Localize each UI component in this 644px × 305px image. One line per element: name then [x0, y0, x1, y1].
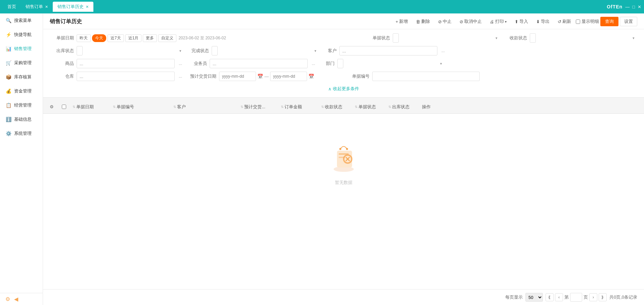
per-page-select[interactable]: 10 20 50 100: [525, 293, 543, 302]
sidebar-item-finance[interactable]: 💰 资金管理: [0, 84, 43, 98]
collapse-btn-row: ∧ 收起更多条件: [50, 84, 637, 93]
cancel-stop-label: 取消中止: [464, 18, 482, 25]
table-header-num: ⇅ 单据编号: [110, 104, 171, 110]
setting-button[interactable]: 设置: [620, 17, 637, 26]
tab-sales-order-label: 销售订单: [26, 4, 43, 10]
first-page-btn[interactable]: ⟪: [546, 293, 554, 301]
delete-label: 删除: [421, 18, 430, 25]
date-btn-1month[interactable]: 近1月: [125, 34, 142, 42]
dept-select[interactable]: [337, 59, 343, 68]
complete-status-select[interactable]: [212, 46, 218, 55]
complete-status-select-wrapper: [212, 46, 319, 55]
cancel-stop-button[interactable]: ⊘ 取消中止: [456, 17, 485, 26]
last-page-btn[interactable]: ⟫: [599, 293, 607, 301]
delivery-date-to[interactable]: [270, 72, 307, 81]
print-button[interactable]: 🖨 打印 ▾: [486, 17, 510, 26]
new-button[interactable]: + 新增: [392, 17, 411, 26]
date-btn-7days[interactable]: 近7天: [108, 34, 124, 42]
header-delivery-label: 预计交货...: [244, 104, 265, 110]
show-detail-checkbox[interactable]: [576, 20, 580, 24]
close-tab-sales-order[interactable]: ✕: [45, 5, 48, 9]
refresh-button[interactable]: ↺ 刷新: [554, 17, 574, 26]
status-filter-label: 单据状态: [373, 35, 393, 41]
delete-button[interactable]: 🗑 删除: [413, 17, 433, 26]
payment-status-select[interactable]: [530, 33, 536, 43]
date-btn-today[interactable]: 今天: [92, 34, 106, 42]
salesperson-more-btn[interactable]: ...: [310, 61, 317, 67]
header-num-label: 单据编号: [117, 104, 134, 110]
svg-point-9: [346, 148, 348, 150]
table-header-date: ⇅ 单据日期: [70, 104, 110, 110]
delivery-date-label: 预计交货日期: [189, 73, 219, 79]
header-amount-label: 订单金额: [285, 104, 302, 110]
sidebar-item-search[interactable]: 🔍 搜索菜单: [0, 13, 43, 28]
sidebar-item-sales[interactable]: 📊 销售管理: [0, 42, 43, 56]
sidebar-item-system[interactable]: ⚙️ 系统管理: [0, 126, 43, 141]
delivery-date-from[interactable]: [219, 72, 256, 81]
product-input[interactable]: [77, 59, 175, 68]
collapse-text: 收起更多条件: [333, 86, 359, 92]
date-btn-more[interactable]: 更多: [143, 34, 157, 42]
warehouse-status-select[interactable]: [77, 46, 83, 55]
date-quick-btns: 昨天 今天 近7天 近1月 更多 自定义: [77, 34, 176, 42]
sidebar-item-operations[interactable]: 📋 经营管理: [0, 98, 43, 112]
sort-customer-icon[interactable]: ⇅: [173, 105, 176, 109]
select-all-checkbox[interactable]: [62, 105, 66, 109]
cancel-stop-icon: ⊘: [460, 19, 463, 24]
column-settings-icon[interactable]: ⚙: [50, 104, 54, 109]
collapse-sidebar-icon[interactable]: ◀: [14, 296, 18, 302]
sidebar-item-quicknav[interactable]: ⚡ 快捷导航: [0, 28, 43, 42]
window-close[interactable]: ✕: [638, 4, 641, 9]
sort-status-icon[interactable]: ⇅: [355, 105, 357, 109]
import-button[interactable]: ⬆ 导入: [511, 17, 531, 26]
window-minimize[interactable]: —: [625, 4, 630, 9]
product-more-btn[interactable]: ...: [177, 61, 184, 67]
date-btn-custom[interactable]: 自定义: [158, 34, 176, 42]
sidebar-label-quicknav: 快捷导航: [14, 32, 32, 38]
print-label: 打印: [495, 18, 504, 25]
sort-payment-icon[interactable]: ⇅: [321, 105, 324, 109]
customer-input[interactable]: [339, 46, 437, 55]
sidebar-label-inventory: 库存核算: [14, 74, 32, 80]
settings-bottom-icon[interactable]: ⚙: [5, 296, 10, 302]
date-separator: —: [264, 74, 269, 79]
sort-amount-icon[interactable]: ⇅: [281, 105, 284, 109]
close-tab-sales-order-history[interactable]: ✕: [86, 5, 89, 9]
calendar-to-icon[interactable]: 📅: [308, 74, 314, 79]
customer-more-btn[interactable]: ...: [439, 48, 447, 54]
collapse-btn[interactable]: ∧ 收起更多条件: [328, 84, 359, 93]
calendar-from-icon[interactable]: 📅: [257, 74, 263, 79]
sidebar-label-finance: 资金管理: [14, 88, 32, 94]
top-bar-right: OfTEn — □ ✕: [607, 4, 641, 9]
status-select[interactable]: [393, 33, 399, 43]
export-button[interactable]: ⬇ 导出: [533, 17, 553, 26]
finance-icon: 💰: [5, 88, 11, 94]
tab-sales-order[interactable]: 销售订单 ✕: [21, 2, 53, 12]
tab-home[interactable]: 首页: [3, 2, 21, 12]
stop-button[interactable]: ⊘ 中止: [435, 17, 455, 26]
date-btn-yesterday[interactable]: 昨天: [77, 34, 91, 42]
export-icon: ⬇: [536, 19, 540, 24]
sidebar-item-base-info[interactable]: ℹ️ 基础信息: [0, 112, 43, 126]
sort-num-icon[interactable]: ⇅: [113, 105, 116, 109]
warehouse-input[interactable]: [77, 72, 175, 81]
next-page-btn[interactable]: ›: [589, 293, 597, 301]
sort-delivery-icon[interactable]: ⇅: [241, 105, 243, 109]
sidebar-item-purchase[interactable]: 🛒 采购管理: [0, 56, 43, 70]
current-page-input[interactable]: 1: [570, 293, 582, 302]
svg-point-8: [339, 148, 341, 150]
order-num-input[interactable]: [372, 72, 480, 81]
payment-status-select-wrapper: [530, 33, 637, 43]
base-info-icon: ℹ️: [5, 116, 11, 122]
table-footer: 每页显示 10 20 50 100 ⟪ ‹ 第 1 页 › ⟫ 共0页,0条记录: [43, 289, 644, 305]
warehouse-more-btn[interactable]: ...: [177, 73, 184, 79]
sidebar-item-inventory[interactable]: 📦 库存核算: [0, 70, 43, 84]
query-button[interactable]: 查询: [600, 17, 618, 26]
tab-sales-order-history[interactable]: 销售订单历史 ✕: [53, 2, 93, 12]
window-maximize[interactable]: □: [632, 4, 635, 9]
import-icon: ⬆: [515, 19, 518, 24]
sort-date-icon[interactable]: ⇅: [73, 105, 75, 109]
sort-warehouse-status-icon[interactable]: ⇅: [388, 105, 391, 109]
prev-page-btn[interactable]: ‹: [555, 293, 563, 301]
salesperson-input[interactable]: [210, 59, 308, 68]
